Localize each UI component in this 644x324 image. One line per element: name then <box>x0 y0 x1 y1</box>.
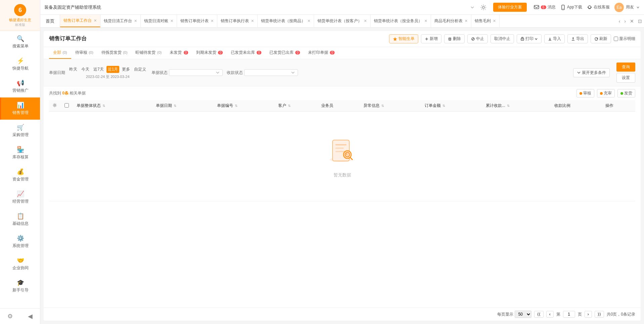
show-detail-checkbox[interactable]: 显示明细 <box>614 36 635 42</box>
sidebar-item-marketing[interactable]: 📢 营销推广 <box>0 75 40 97</box>
sub-tab-not-shipped[interactable]: 未发货 0 <box>166 47 192 59</box>
tab-close-icon[interactable]: ✕ <box>465 19 468 23</box>
tab-close-icon[interactable]: ✕ <box>493 19 496 23</box>
tab-maximize-btn[interactable]: ⊡ <box>636 18 644 24</box>
sort-icon[interactable]: ⇅ <box>235 104 238 108</box>
sidebar-item-system[interactable]: ⚙️ 系统管理 <box>0 231 40 253</box>
tab-close-all-btn[interactable]: ✕ <box>628 18 636 24</box>
tab-cash-daily[interactable]: 钱货日清工作台 ✕ <box>100 15 141 27</box>
delete-btn[interactable]: 删除 <box>444 34 465 43</box>
tab-sales-stats-product[interactable]: 销货单统计表（按商品） ✕ <box>258 15 314 27</box>
page-last-btn[interactable]: ⟩⟩ <box>595 311 604 318</box>
date-option-7days[interactable]: 近7天 <box>92 66 105 73</box>
tab-close-icon[interactable]: ✕ <box>94 18 97 23</box>
tab-close-icon[interactable]: ✕ <box>307 19 310 23</box>
sort-icon[interactable]: ⇅ <box>507 104 510 108</box>
sort-icon[interactable]: ⇅ <box>381 104 384 108</box>
tab-sales-order-workbench[interactable]: 销售订单工作台 ✕ <box>60 15 100 27</box>
sidebar-item-basic-info[interactable]: 📋 基础信息 <box>0 208 40 231</box>
date-option-custom[interactable]: 自定义 <box>133 66 147 73</box>
date-option-more[interactable]: 更多 <box>121 66 131 73</box>
tab-close-icon[interactable]: ✕ <box>134 19 137 23</box>
review-btn[interactable]: 审核 <box>576 89 594 97</box>
date-option-today[interactable]: 今天 <box>80 66 91 73</box>
table-settings-icon[interactable] <box>52 103 57 108</box>
print-btn[interactable]: 打印 <box>517 34 542 43</box>
date-option-yesterday[interactable]: 昨天 <box>68 66 79 73</box>
th-settings[interactable] <box>49 100 61 112</box>
tab-sales-stats-employee[interactable]: 销货单统计表（按业务员） ✕ <box>371 15 431 27</box>
sort-icon[interactable]: ⇅ <box>442 104 445 108</box>
settings-btn[interactable]: ⚙ <box>5 311 15 321</box>
sub-tab-all[interactable]: 全部 (0) <box>49 47 71 59</box>
tab-close-icon[interactable]: ✕ <box>170 19 173 23</box>
set-btn[interactable]: 设置 <box>616 73 635 83</box>
tab-prev-btn[interactable]: ‹ <box>617 18 622 24</box>
cancel-stop-btn[interactable]: 取消中止 <box>490 34 514 43</box>
page-prev-btn[interactable]: ‹ <box>546 311 554 318</box>
tab-next-btn[interactable]: › <box>622 18 628 24</box>
sort-icon[interactable]: ⇅ <box>174 104 176 108</box>
status-dropdown[interactable] <box>169 69 223 76</box>
tab-close-icon[interactable]: ✕ <box>211 19 214 23</box>
stop-btn[interactable]: 中止 <box>467 34 488 43</box>
industry-solution-btn[interactable]: 体验行业方案 <box>493 3 527 12</box>
settings-header-icon[interactable] <box>480 4 486 10</box>
sub-tab-wangpu[interactable]: 旺铺待发货 (0) <box>131 47 166 59</box>
sub-tab-shipped-not-out[interactable]: 已发货未出库 0 <box>227 47 265 59</box>
add-btn[interactable]: 新增 <box>421 34 441 43</box>
sidebar-logo-text: 畅捷通好生意 <box>9 17 31 23</box>
scrollbar-area[interactable] <box>44 307 641 309</box>
tab-cash-reconcile[interactable]: 钱货日清对账 ✕ <box>141 15 177 27</box>
sidebar-item-purchase[interactable]: 🛒 采购管理 <box>0 120 40 142</box>
select-all-checkbox[interactable] <box>65 103 69 108</box>
tab-close-icon[interactable]: ✕ <box>251 19 254 23</box>
tab-sales-order-stats[interactable]: 销售订单统计表 ✕ <box>177 15 217 27</box>
page-next-btn[interactable]: › <box>585 311 592 318</box>
sort-icon[interactable]: ⇅ <box>102 104 105 108</box>
export-btn[interactable]: 导出 <box>567 34 588 43</box>
page-number-input[interactable] <box>563 311 575 318</box>
sidebar-item-cooperation[interactable]: 🤝 企业协同 <box>0 253 40 275</box>
th-label: 累计收款... <box>486 103 505 108</box>
tab-sales-more[interactable]: 销售毛利 ✕ <box>471 15 500 27</box>
th-checkbox[interactable] <box>61 100 73 112</box>
sub-tab-shipped-out[interactable]: 已发货已出库 0 <box>265 47 304 59</box>
user-area[interactable]: Ea 用友 <box>614 3 640 12</box>
sidebar-item-sales[interactable]: 📊 销售管理 <box>0 97 40 120</box>
refresh-btn[interactable]: 刷新 <box>591 34 611 43</box>
tab-product-margin[interactable]: 商品毛利分析表 ✕ <box>431 15 471 27</box>
date-option-month[interactable]: 近1月 <box>106 66 120 73</box>
ship-btn[interactable]: 发货 <box>617 89 635 97</box>
expand-filter-btn[interactable]: 展开更多条件 <box>573 68 610 77</box>
tab-close-icon[interactable]: ✕ <box>364 19 367 23</box>
online-service-btn[interactable]: 在线客服 <box>587 4 610 10</box>
sidebar-item-search[interactable]: 🔍 搜索菜单 <box>0 31 40 53</box>
page-size-dropdown[interactable]: 50 20 100 <box>515 311 531 318</box>
app-download-btn[interactable]: App下载 <box>560 4 582 10</box>
sub-tab-pending-review[interactable]: 待审核 (0) <box>71 47 97 59</box>
payment-dropdown[interactable] <box>244 69 298 76</box>
sort-icon[interactable]: ⇅ <box>288 104 291 108</box>
sub-tab-expired-not-shipped[interactable]: 到期未发货 0 <box>192 47 227 59</box>
sidebar-item-operations[interactable]: 📈 经营管理 <box>0 186 40 208</box>
page-first-btn[interactable]: ⟨⟨ <box>534 311 544 318</box>
cancel-review-btn[interactable]: 充审 <box>597 89 615 97</box>
tab-home[interactable]: 首页 <box>40 15 60 27</box>
sub-tab-pending-delivery[interactable]: 待拣货发货 (0) <box>97 47 132 59</box>
sidebar-item-quick-nav[interactable]: ⚡ 快捷导航 <box>0 53 40 75</box>
sub-tab-not-printed[interactable]: 未打印单据 0 <box>304 47 339 59</box>
tab-sales-stats-customer[interactable]: 销货单统计表（按客户） ✕ <box>314 15 371 27</box>
show-detail-input[interactable] <box>614 37 618 41</box>
tab-close-icon[interactable]: ✕ <box>424 19 427 23</box>
tab-sales-order-exec[interactable]: 销售订单执行表 ✕ <box>217 15 258 27</box>
sidebar-item-finance[interactable]: 💰 资金管理 <box>0 164 40 186</box>
sidebar-item-guide[interactable]: 🎓 新手引导 <box>0 275 40 297</box>
sidebar-item-inventory[interactable]: 🏪 库存核算 <box>0 142 40 164</box>
collapse-btn[interactable]: ◀ <box>25 311 35 321</box>
import-btn[interactable]: 导入 <box>544 34 565 43</box>
smart-create-btn[interactable]: 智能生单 <box>389 34 418 43</box>
message-btn[interactable]: 6 消息 <box>533 4 556 10</box>
sidebar: 6 畅捷通好生意 标准版 🔍 搜索菜单 ⚡ 快捷导航 📢 营销推广 📊 销售管理… <box>0 0 40 324</box>
query-btn[interactable]: 查询 <box>616 63 635 72</box>
